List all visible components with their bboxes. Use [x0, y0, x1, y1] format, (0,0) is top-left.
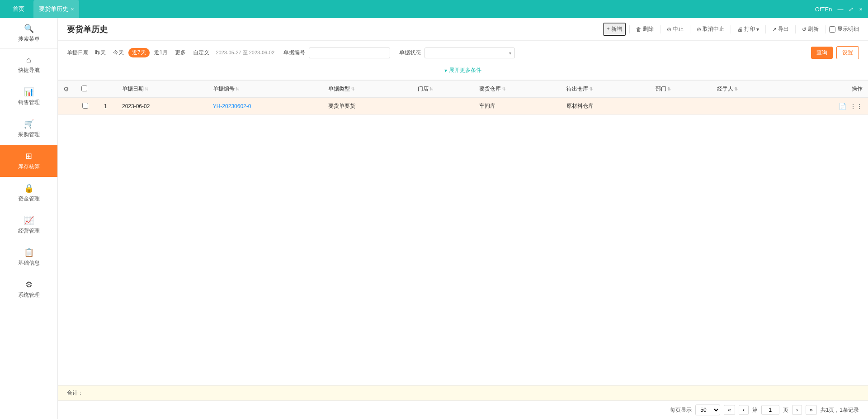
sidebar-item-purchase[interactable]: 🛒 采购管理 — [0, 113, 57, 145]
td-req-warehouse: 车间库 — [474, 98, 561, 115]
sidebar-item-label: 基础信息 — [18, 259, 40, 267]
th-store-label: 门店 — [418, 85, 429, 93]
select-all-checkbox[interactable] — [81, 86, 87, 91]
sidebar-item-basic-info[interactable]: 📋 基础信息 — [0, 241, 57, 273]
th-handler-sort[interactable]: 经手人 ⇅ — [717, 85, 781, 93]
print-button[interactable]: 🖨 打印 ▾ — [735, 24, 762, 35]
page-number-input[interactable] — [761, 405, 779, 415]
filter-row-1: 单据日期 昨天 今天 近7天 近1月 更多 自定义 2023-05-27 至 2… — [67, 46, 859, 59]
date-1month[interactable]: 近1月 — [151, 48, 171, 57]
sidebar-item-label: 系统管理 — [18, 291, 40, 299]
td-doc-date: 2023-06-02 — [117, 98, 208, 115]
th-req-warehouse-sort[interactable]: 要货仓库 ⇅ — [479, 85, 556, 93]
show-detail-checkbox[interactable] — [829, 26, 835, 33]
tab-home[interactable]: 首页 — [5, 0, 32, 18]
sort-icon-req-warehouse: ⇅ — [502, 86, 505, 91]
tab-close-icon[interactable]: × — [71, 6, 74, 12]
sales-icon: 📊 — [24, 87, 34, 97]
delete-button[interactable]: 🗑 删除 — [633, 24, 656, 35]
column-settings-icon[interactable]: ⚙ — [63, 86, 69, 93]
th-pending-warehouse-label: 待出仓库 — [566, 85, 588, 93]
sidebar-item-finance[interactable]: 🔒 资金管理 — [0, 177, 57, 209]
top-bar: 首页 要货单历史 × OfTEn — ⤢ × — [0, 0, 868, 18]
date-more[interactable]: 更多 — [172, 48, 189, 57]
doc-status-select[interactable] — [425, 48, 515, 58]
th-operation: 操作 — [786, 81, 868, 98]
table-header-row: ⚙ 单据日期 ⇅ — [58, 81, 868, 98]
next-page-button[interactable]: › — [792, 405, 802, 415]
sort-icon-doc-type: ⇅ — [351, 86, 354, 91]
window-minimize-icon[interactable]: — — [837, 6, 843, 13]
th-doc-number-sort[interactable]: 单据编号 ⇅ — [213, 85, 318, 93]
new-button[interactable]: + 新增 — [603, 23, 626, 36]
row-more-icon[interactable]: ⋮⋮ — [850, 103, 863, 110]
th-store-sort[interactable]: 门店 ⇅ — [418, 85, 468, 93]
filter-area: 单据日期 昨天 今天 近7天 近1月 更多 自定义 2023-05-27 至 2… — [58, 41, 868, 80]
th-handler-label: 经手人 — [717, 85, 733, 93]
toolbar-divider-2 — [660, 25, 660, 33]
th-pending-warehouse: 待出仓库 ⇅ — [561, 81, 650, 98]
tab-requisition-history[interactable]: 要货单历史 × — [33, 0, 79, 18]
expand-filter-icon: ▾ — [444, 67, 447, 74]
query-button[interactable]: 查询 — [811, 47, 833, 59]
th-doc-number-label: 单据编号 — [213, 85, 235, 93]
th-doc-type-label: 单据类型 — [328, 85, 350, 93]
sidebar-item-sales[interactable]: 📊 销售管理 — [0, 81, 57, 113]
inventory-icon: ⊞ — [25, 151, 32, 161]
show-detail-toggle[interactable]: 显示明细 — [829, 25, 859, 33]
td-doc-number: YH-20230602-0 — [208, 98, 323, 115]
doc-number-input[interactable] — [309, 48, 390, 58]
row-checkbox[interactable] — [82, 103, 88, 109]
sort-icon-handler: ⇅ — [734, 86, 738, 91]
sidebar-item-quick-nav[interactable]: ⌂ 快捷导航 — [0, 49, 57, 81]
stop-button[interactable]: ⊘ 中止 — [664, 24, 686, 35]
quick-nav-icon: ⌂ — [26, 55, 31, 65]
sidebar-search-label: 搜索菜单 — [18, 35, 40, 43]
window-close-icon[interactable]: × — [859, 6, 863, 13]
td-operation: 📄 ⋮⋮ — [786, 98, 868, 115]
system-icon: ⚙ — [25, 280, 33, 290]
doc-number-link[interactable]: YH-20230602-0 — [213, 103, 251, 110]
date-today[interactable]: 今天 — [110, 48, 127, 57]
filter-doc-status: 单据状态 — [399, 48, 515, 58]
toolbar-divider-6 — [795, 25, 796, 33]
th-department-sort[interactable]: 部门 ⇅ — [656, 85, 706, 93]
cancel-stop-button[interactable]: ⊘ 取消中止 — [694, 24, 727, 35]
doc-status-wrapper — [425, 48, 515, 58]
stop-label: 中止 — [673, 25, 684, 33]
sort-icon-department: ⇅ — [667, 86, 671, 91]
settings-button[interactable]: 设置 — [836, 46, 859, 59]
export-button[interactable]: ↗ 导出 — [769, 24, 792, 35]
stop-icon: ⊘ — [667, 26, 671, 33]
date-7days[interactable]: 近7天 — [128, 48, 150, 57]
search-icon: 🔍 — [24, 24, 34, 33]
sort-icon-doc-number: ⇅ — [236, 86, 239, 91]
th-handler: 经手人 ⇅ — [712, 81, 786, 98]
table-footer: 合计： — [58, 385, 868, 400]
date-custom[interactable]: 自定义 — [190, 48, 212, 57]
td-doc-type: 要货单要货 — [323, 98, 412, 115]
sidebar-item-operations[interactable]: 📈 经营管理 — [0, 209, 57, 241]
sidebar-item-inventory[interactable]: ⊞ 库存核算 — [0, 145, 57, 177]
sidebar-search[interactable]: 🔍 搜索菜单 — [0, 18, 57, 49]
first-page-button[interactable]: « — [724, 405, 735, 415]
per-page-select[interactable]: 50 20 100 — [695, 405, 720, 415]
last-page-button[interactable]: » — [806, 405, 817, 415]
sidebar-item-label: 销售管理 — [18, 99, 40, 106]
doc-date-label: 单据日期 — [67, 49, 89, 57]
sidebar-item-system[interactable]: ⚙ 系统管理 — [0, 273, 57, 305]
prev-page-button[interactable]: ‹ — [739, 405, 749, 415]
expand-filter-row: ▾ 展开更多条件 — [67, 63, 859, 74]
th-num — [94, 81, 117, 98]
th-pending-warehouse-sort[interactable]: 待出仓库 ⇅ — [566, 85, 645, 93]
date-yesterday[interactable]: 昨天 — [92, 48, 108, 57]
row-edit-icon[interactable]: 📄 — [839, 103, 846, 110]
th-doc-date-sort[interactable]: 单据日期 ⇅ — [122, 85, 202, 93]
refresh-button[interactable]: ↺ 刷新 — [799, 24, 821, 35]
th-settings: ⚙ — [58, 81, 76, 98]
sort-icon-doc-date: ⇅ — [145, 86, 148, 91]
window-maximize-icon[interactable]: ⤢ — [849, 6, 854, 13]
toolbar-divider-5 — [765, 25, 766, 33]
expand-filter-button[interactable]: ▾ 展开更多条件 — [444, 67, 481, 74]
th-doc-type-sort[interactable]: 单据类型 ⇅ — [328, 85, 406, 93]
